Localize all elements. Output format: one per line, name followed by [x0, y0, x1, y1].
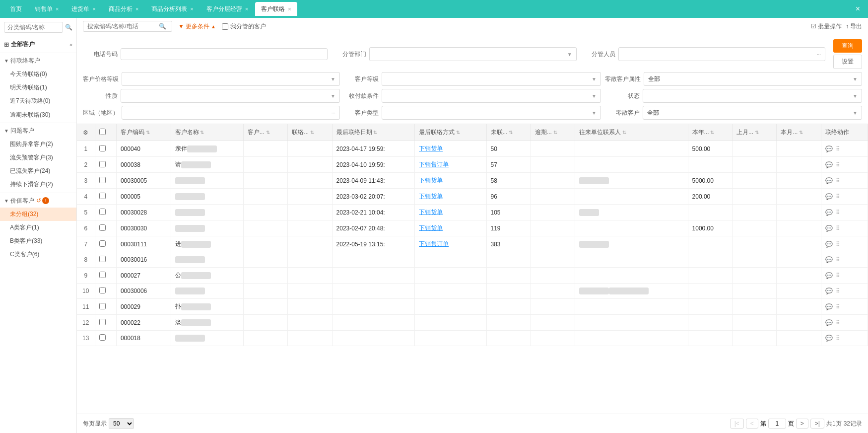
more-icon[interactable]: ⠿: [836, 161, 840, 168]
export-btn[interactable]: ↑ 导出: [846, 22, 862, 31]
th-contact[interactable]: 联络...: [288, 124, 332, 141]
group-problem-customers[interactable]: ▼ 问题客户: [0, 124, 76, 138]
sidebar-item-today[interactable]: 今天待联络(0): [0, 68, 76, 81]
page-size-select[interactable]: 50 20 100: [109, 418, 134, 429]
search-input[interactable]: [87, 23, 157, 30]
search-icon[interactable]: 🔍: [159, 23, 166, 30]
row-checkbox[interactable]: [99, 319, 106, 325]
sidebar-item-churned[interactable]: 已流失客户(24): [0, 164, 76, 178]
th-this-year[interactable]: 本年...: [688, 124, 732, 141]
th-company-contact[interactable]: 往来单位联系人: [575, 124, 688, 141]
chat-icon[interactable]: 💬: [825, 319, 833, 326]
purchase-tab-close[interactable]: ×: [92, 6, 95, 12]
contact-method-link[interactable]: 下销货单: [419, 224, 443, 231]
th-type[interactable]: 客户...: [243, 124, 287, 141]
window-close-button[interactable]: ×: [852, 4, 864, 13]
row-checkbox[interactable]: [99, 209, 106, 215]
more-icon[interactable]: ⠿: [836, 193, 840, 200]
status-select[interactable]: ▼: [643, 89, 862, 103]
tab-sales[interactable]: 销售单 ×: [29, 2, 65, 16]
group-pending-contact[interactable]: ▼ 待联络客户: [0, 54, 76, 68]
sidebar-item-class-c[interactable]: C类客户(6): [0, 248, 76, 261]
sidebar-item-tomorrow[interactable]: 明天待联络(1): [0, 81, 76, 94]
th-name[interactable]: 客户名称: [171, 124, 243, 141]
more-icon[interactable]: ⠿: [836, 319, 840, 326]
my-customers-checkbox[interactable]: [222, 23, 228, 30]
more-icon[interactable]: ⠿: [836, 241, 840, 248]
sidebar-item-declining[interactable]: 持续下滑客户(2): [0, 178, 76, 191]
sidebar-search-icon[interactable]: 🔍: [65, 24, 72, 31]
more-icon[interactable]: ⠿: [836, 177, 840, 184]
chat-icon[interactable]: 💬: [825, 145, 833, 152]
sidebar-item-churn-warning[interactable]: 流失预警客户(3): [0, 151, 76, 164]
chat-icon[interactable]: 💬: [825, 193, 833, 200]
th-code[interactable]: 客户编码: [116, 124, 171, 141]
more-icon[interactable]: ⠿: [836, 303, 840, 310]
row-checkbox[interactable]: [99, 193, 106, 199]
th-settings[interactable]: ⚙: [77, 124, 95, 141]
contact-method-link[interactable]: 下销货单: [419, 145, 443, 152]
customer-contact-tab-close[interactable]: ×: [288, 6, 291, 12]
chat-icon[interactable]: 💬: [825, 335, 833, 342]
query-button[interactable]: 查询: [833, 39, 862, 53]
contact-method-link[interactable]: 下销货单: [419, 209, 443, 216]
sidebar-collapse-btn[interactable]: «: [69, 42, 72, 48]
sidebar-item-overdue[interactable]: 逾期未联络(30): [0, 108, 76, 122]
more-icon[interactable]: ⠿: [836, 145, 840, 152]
row-checkbox[interactable]: [99, 240, 106, 247]
chat-icon[interactable]: 💬: [825, 225, 833, 232]
tab-purchase[interactable]: 进货单 ×: [66, 2, 101, 16]
last-page-btn[interactable]: >|: [810, 419, 824, 429]
chat-icon[interactable]: 💬: [825, 303, 833, 310]
retail-attr-select[interactable]: 全部▼: [644, 72, 862, 86]
product-analysis-list-tab-close[interactable]: ×: [190, 6, 193, 12]
th-this-month[interactable]: 本月...: [777, 124, 821, 141]
more-icon[interactable]: ⠿: [836, 272, 840, 279]
row-checkbox[interactable]: [99, 334, 106, 341]
select-all-checkbox[interactable]: [99, 129, 106, 135]
retail-select[interactable]: 全部▼: [643, 106, 862, 120]
tab-customer-segment[interactable]: 客户分层经营 ×: [200, 2, 254, 16]
row-checkbox[interactable]: [99, 303, 106, 309]
th-last-month[interactable]: 上月...: [732, 124, 776, 141]
chat-icon[interactable]: 💬: [825, 288, 833, 294]
row-checkbox[interactable]: [99, 272, 106, 278]
reset-button[interactable]: 设置: [833, 55, 862, 69]
price-level-select[interactable]: ▼: [122, 72, 340, 86]
sidebar-item-class-a[interactable]: A类客户(1): [0, 221, 76, 234]
row-checkbox[interactable]: [99, 287, 106, 293]
staff-select[interactable]: ···: [618, 47, 825, 61]
payment-select[interactable]: ▼: [382, 89, 601, 103]
customer-level-select[interactable]: ▼: [382, 72, 601, 86]
row-checkbox[interactable]: [99, 256, 106, 262]
all-customers-header[interactable]: ⊞ 全部客户 «: [0, 37, 76, 52]
contact-method-link[interactable]: 下销货单: [419, 193, 443, 200]
customer-type-select[interactable]: ▼: [382, 106, 601, 120]
next-page-btn[interactable]: >: [796, 419, 808, 429]
contact-method-link[interactable]: 下销售订单: [419, 240, 449, 247]
tab-customer-contact[interactable]: 客户联络 ×: [255, 2, 297, 16]
prev-page-btn[interactable]: <: [746, 419, 758, 429]
row-checkbox[interactable]: [99, 177, 106, 183]
more-icon[interactable]: ⠿: [836, 256, 840, 263]
batch-ops-btn[interactable]: ☑ 批量操作: [811, 22, 842, 31]
row-checkbox[interactable]: [99, 161, 106, 167]
region-select[interactable]: ···: [122, 106, 340, 120]
th-overdue[interactable]: 逾期...: [531, 124, 575, 141]
page-number-input[interactable]: [768, 419, 786, 429]
tab-product-analysis-list[interactable]: 商品分析列表 ×: [145, 2, 199, 16]
sidebar-item-unclassified[interactable]: 未分组(32): [0, 208, 76, 221]
phone-input[interactable]: [121, 48, 328, 60]
more-icon[interactable]: ⠿: [836, 225, 840, 232]
customer-segment-tab-close[interactable]: ×: [245, 6, 248, 12]
sidebar-item-class-b[interactable]: B类客户(33): [0, 234, 76, 248]
dept-select[interactable]: ▼: [369, 47, 576, 61]
refresh-icon[interactable]: ↺: [36, 197, 41, 204]
sales-tab-close[interactable]: ×: [56, 6, 59, 12]
first-page-btn[interactable]: |<: [730, 419, 744, 429]
tab-product-analysis[interactable]: 商品分析 ×: [103, 2, 144, 16]
th-not-contacted[interactable]: 未联...: [486, 124, 531, 141]
tab-home[interactable]: 首页: [4, 2, 28, 16]
sidebar-search-input[interactable]: [4, 22, 63, 33]
group-value-customers[interactable]: ▼ 价值客户 ↺ !: [0, 194, 76, 208]
